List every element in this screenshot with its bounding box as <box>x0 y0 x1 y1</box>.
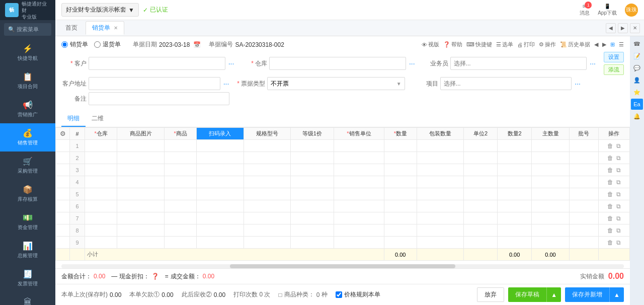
row-spec-cell[interactable] <box>244 152 290 164</box>
tab-close-icon[interactable]: ✕ <box>114 25 118 31</box>
row-scan-cell[interactable] <box>197 152 244 164</box>
row-batch-cell[interactable] <box>570 140 598 152</box>
row-pkg-cell[interactable] <box>417 176 463 188</box>
row-scan-cell[interactable] <box>197 224 244 237</box>
row-price-cell[interactable] <box>291 237 334 249</box>
row-product-cell[interactable] <box>164 237 196 249</box>
row-warehouse-cell[interactable] <box>85 237 117 249</box>
row-unit-cell[interactable] <box>334 212 384 224</box>
company-selector[interactable]: 好业财专业版演示帐套 ▼ <box>61 3 139 17</box>
row-product-cell[interactable] <box>164 152 196 164</box>
row-unit-cell[interactable] <box>334 188 384 200</box>
discard-button[interactable]: 放弃 <box>477 287 504 302</box>
row-scan-cell[interactable] <box>197 176 244 188</box>
row-unit-cell[interactable] <box>334 237 384 249</box>
row-qty-cell[interactable] <box>384 152 417 164</box>
row-copy-btn[interactable]: ⧉ <box>616 226 621 235</box>
row-delete-btn[interactable]: 🗑 <box>607 154 614 162</box>
row-spec-cell[interactable] <box>244 212 290 224</box>
project-picker-btn[interactable]: ··· <box>575 80 581 88</box>
row-mainqty-cell[interactable] <box>531 237 569 249</box>
row-spec-cell[interactable] <box>244 188 290 200</box>
row-price-cell[interactable] <box>291 200 334 212</box>
save-draft-arrow-button[interactable]: ▲ <box>546 287 561 302</box>
row-scan-cell[interactable] <box>197 188 244 200</box>
row-scan-cell[interactable] <box>197 212 244 224</box>
row-pkg-cell[interactable] <box>417 152 463 164</box>
row-delete-btn[interactable]: 🗑 <box>607 214 614 222</box>
row-batch-cell[interactable] <box>570 237 598 249</box>
rt-star-btn[interactable]: ⭐ <box>631 87 643 98</box>
row-product-cell[interactable] <box>164 140 196 152</box>
row-qty-cell[interactable] <box>384 237 417 249</box>
history-btn[interactable]: 📜 历史单据 <box>560 41 590 48</box>
address-input[interactable] <box>89 77 220 90</box>
help-btn[interactable]: ❓ 帮助 <box>443 41 462 48</box>
row-product-cell[interactable] <box>164 224 196 237</box>
row-mainqty-cell[interactable] <box>531 164 569 176</box>
row-qty2-cell[interactable] <box>498 237 531 249</box>
list-view-btn[interactable]: ☰ <box>619 41 624 48</box>
nav-prev-btn[interactable]: ◀ <box>594 41 598 48</box>
row-product-cell[interactable] <box>164 164 196 176</box>
sidebar-item-accounting[interactable]: 📊 总账管理 <box>0 236 55 264</box>
row-copy-btn[interactable]: ⧉ <box>616 154 621 162</box>
tab-prev-button[interactable]: ◀ <box>606 23 616 33</box>
row-spec-cell[interactable] <box>244 176 290 188</box>
ops-btn[interactable]: ⚙ 操作 <box>539 41 556 48</box>
horizontal-scrollbar[interactable] <box>61 264 624 268</box>
row-delete-btn[interactable]: 🗑 <box>607 202 614 210</box>
row-qty-cell[interactable] <box>384 188 417 200</box>
radio-return-label[interactable]: 退货单 <box>94 40 121 49</box>
sidebar-item-project[interactable]: 📋 项目合同 <box>0 67 55 95</box>
row-mainqty-cell[interactable] <box>531 140 569 152</box>
user-avatar[interactable]: 珠珠 <box>625 4 638 17</box>
row-unit2-cell[interactable] <box>463 176 497 188</box>
warehouse-picker-btn[interactable]: ··· <box>409 59 415 67</box>
row-mainqty-cell[interactable] <box>531 152 569 164</box>
row-pkg-cell[interactable] <box>417 188 463 200</box>
shortcut-btn[interactable]: ⌨ 快捷键 <box>466 41 492 48</box>
rt-bell-btn[interactable]: 🔔 <box>631 111 643 122</box>
row-spec-cell[interactable] <box>244 237 290 249</box>
save-new-button[interactable]: 保存并新增 <box>565 287 609 302</box>
row-qty2-cell[interactable] <box>498 212 531 224</box>
rt-chat-btn[interactable]: 💬 <box>631 62 643 73</box>
row-unit-cell[interactable] <box>334 140 384 152</box>
calendar-icon[interactable]: 📅 <box>193 41 201 48</box>
add-button[interactable]: 添流 <box>604 64 624 75</box>
row-price-cell[interactable] <box>291 224 334 237</box>
radio-sale-input[interactable] <box>61 41 68 48</box>
row-unit2-cell[interactable] <box>463 200 497 212</box>
row-batch-cell[interactable] <box>570 164 598 176</box>
row-pkg-cell[interactable] <box>417 212 463 224</box>
row-pkg-cell[interactable] <box>417 140 463 152</box>
rt-phone-btn[interactable]: ☎ <box>631 38 643 49</box>
rt-active-btn[interactable]: Ea <box>631 99 643 110</box>
row-delete-btn[interactable]: 🗑 <box>607 226 614 235</box>
row-scan-cell[interactable] <box>197 140 244 152</box>
tab-home[interactable]: 首页 <box>59 22 84 34</box>
row-product-cell[interactable] <box>164 212 196 224</box>
row-scan-cell[interactable] <box>197 200 244 212</box>
warehouse-input[interactable]: 小云仓库 <box>269 57 406 70</box>
save-new-arrow-button[interactable]: ▲ <box>609 287 624 302</box>
row-batch-cell[interactable] <box>570 224 598 237</box>
row-mainqty-cell[interactable] <box>531 176 569 188</box>
row-qty-cell[interactable] <box>384 200 417 212</box>
row-unit2-cell[interactable] <box>463 164 497 176</box>
row-price-cell[interactable] <box>291 164 334 176</box>
customer-input[interactable] <box>89 57 225 70</box>
row-unit2-cell[interactable] <box>463 140 497 152</box>
save-draft-button[interactable]: 保存草稿 <box>508 287 546 302</box>
radio-sale-label[interactable]: 销货单 <box>61 40 88 49</box>
row-product-cell[interactable] <box>164 188 196 200</box>
sidebar-item-finance[interactable]: 💵 资金管理 <box>0 208 55 236</box>
view-btn[interactable]: 👁 视版 <box>422 41 439 48</box>
message-button[interactable]: ✉ 消息 1 <box>580 4 590 17</box>
project-input[interactable] <box>440 77 572 90</box>
row-mainqty-cell[interactable] <box>531 224 569 237</box>
row-delete-btn[interactable]: 🗑 <box>607 190 614 198</box>
row-mainqty-cell[interactable] <box>531 212 569 224</box>
customer-picker-btn[interactable]: ··· <box>228 59 234 67</box>
